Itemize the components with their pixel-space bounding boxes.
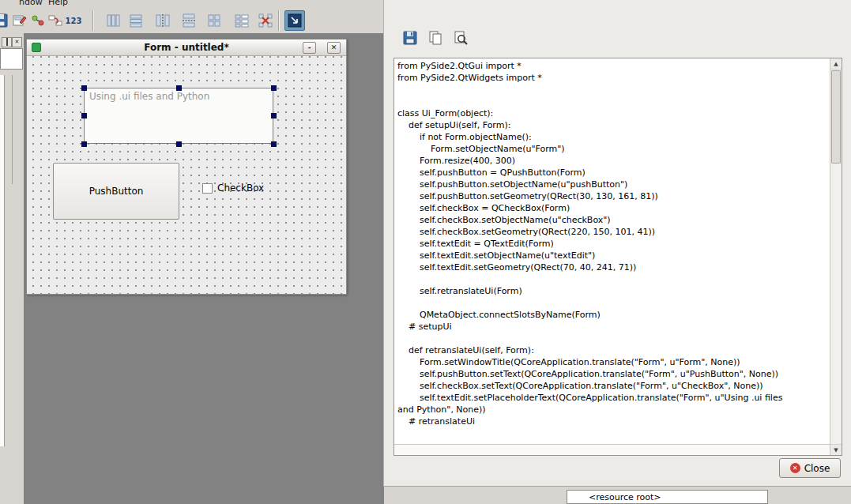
code-line: Form.resize(400, 300) (397, 155, 829, 167)
selection-handle[interactable] (176, 85, 182, 91)
widgetbox-filter-input[interactable] (0, 48, 23, 70)
collapsed-dock-panel (0, 75, 5, 446)
form-designer-window: Form - untitled* - ✕ Using .ui files and… (26, 39, 347, 295)
qt-designer-window: ndow Help 123 ✕ (0, 0, 851, 504)
code-line: self.checkBox.setGeometry(QRect(220, 150… (397, 226, 829, 238)
code-preview-dialog: from PySide2.QtGui import *from PySide2.… (383, 0, 851, 487)
code-line: from PySide2.QtGui import * (397, 60, 829, 72)
pushbutton-widget[interactable]: PushButton (53, 163, 179, 220)
code-line: # retranslateUi (397, 416, 829, 427)
code-line: self.pushButton = QPushButton(Form) (397, 167, 829, 179)
layout-grid-icon[interactable] (205, 12, 223, 29)
code-line: Form.setWindowTitle(QCoreApplication.tra… (397, 356, 829, 368)
checkbox-label: CheckBox (217, 182, 264, 194)
code-line: def setupUi(self, Form): (397, 119, 829, 131)
code-line: self.checkBox.setObjectName(u"checkBox") (397, 214, 829, 226)
menu-help[interactable]: Help (48, 0, 68, 7)
code-line: self.textEdit.setPlaceholderText(QCoreAp… (397, 392, 829, 404)
code-line: self.retranslateUi(Form) (397, 285, 829, 297)
adjust-size-icon[interactable] (284, 10, 305, 31)
close-circle-icon: ✕ (790, 463, 800, 473)
selection-handle[interactable] (81, 85, 87, 91)
scroll-down-icon[interactable]: ▼ (830, 444, 842, 455)
layout-horizontal-icon[interactable] (104, 12, 122, 29)
code-line: QMetaObject.connectSlotsByName(Form) (397, 309, 829, 321)
code-text: from PySide2.QtGui import *from PySide2.… (397, 60, 829, 443)
textedit-widget[interactable]: Using .ui files and Python (84, 88, 273, 144)
edit-tab-order-icon[interactable]: 123 (63, 12, 84, 29)
code-line: self.checkBox = QCheckBox(Form) (397, 202, 829, 214)
code-line: self.pushButton.setGeometry(QRect(30, 13… (397, 190, 829, 202)
code-view[interactable]: from PySide2.QtGui import *from PySide2.… (393, 58, 842, 456)
code-line (397, 273, 829, 285)
layout-form-icon[interactable] (233, 12, 250, 29)
code-line: self.textEdit.setObjectName(u"textEdit") (397, 250, 829, 261)
code-line: def retranslateUi(self, Form): (397, 344, 829, 356)
resource-browser: <resource root> (567, 490, 768, 504)
break-layout-icon[interactable] (257, 12, 274, 29)
selection-handle[interactable] (81, 113, 87, 118)
selection-handle[interactable] (176, 141, 182, 147)
selection-handle[interactable] (81, 141, 87, 147)
code-line: self.pushButton.setText(QCoreApplication… (397, 368, 829, 380)
edit-signals-slots-icon[interactable] (29, 12, 47, 29)
scrollbar-thumb[interactable] (831, 70, 841, 164)
edit-buddies-icon[interactable] (47, 12, 64, 29)
code-line: and Python", None)) (397, 404, 829, 416)
form-canvas[interactable]: Using .ui files and Python PushButton Ch… (27, 56, 346, 294)
close-dialog-button[interactable]: ✕ Close (779, 458, 841, 478)
close-button-label: Close (804, 463, 830, 474)
code-line: self.pushButton.setObjectName(u"pushButt… (397, 179, 829, 190)
code-line: self.textEdit.setGeometry(QRect(70, 40, … (397, 261, 829, 273)
close-window-button[interactable]: ✕ (327, 42, 341, 54)
code-line: if not Form.objectName(): (397, 131, 829, 143)
resource-root-item[interactable]: <resource root> (567, 491, 767, 502)
layout-horizontal-splitter-icon[interactable] (154, 12, 171, 29)
checkbox-widget[interactable]: CheckBox (202, 182, 264, 194)
layout-vertical-icon[interactable] (127, 12, 145, 29)
toolbar-separator (278, 10, 280, 31)
code-line: self.checkBox.setText(QCoreApplication.t… (397, 380, 829, 392)
checkbox-box[interactable] (202, 183, 213, 194)
dock-splitter[interactable] (12, 75, 13, 184)
toolbar-separator (92, 10, 94, 31)
edit-widgets-icon[interactable] (11, 12, 28, 29)
dock-float-button[interactable] (2, 37, 12, 47)
code-line: from PySide2.QtWidgets import * (397, 72, 829, 84)
form-window-titlebar[interactable]: Form - untitled* - ✕ (27, 39, 346, 56)
selection-handle[interactable] (271, 141, 277, 147)
code-line (397, 96, 829, 107)
menu-window[interactable]: ndow (19, 0, 43, 7)
code-line (397, 297, 829, 309)
dock-close-button[interactable]: ✕ (12, 37, 22, 47)
textedit-placeholder: Using .ui files and Python (89, 91, 268, 102)
code-line: # setupUi (397, 321, 829, 333)
code-line (397, 333, 829, 344)
code-line: class Ui_Form(object): (397, 107, 829, 119)
selection-handle[interactable] (271, 113, 277, 118)
vertical-scrollbar[interactable]: ▲ ▼ (830, 58, 842, 455)
find-button[interactable] (451, 28, 470, 47)
code-line: Form.setObjectName(u"Form") (397, 143, 829, 155)
code-line: self.textEdit = QTextEdit(Form) (397, 238, 829, 250)
save-button[interactable] (401, 28, 420, 47)
horizontal-scrollbar[interactable] (394, 444, 830, 455)
scroll-up-icon[interactable]: ▲ (830, 58, 842, 70)
selection-handle[interactable] (271, 85, 277, 91)
layout-vertical-splitter-icon[interactable] (180, 12, 198, 29)
copy-button[interactable] (426, 28, 445, 47)
code-line (397, 84, 829, 96)
save-form-icon[interactable] (0, 12, 9, 29)
form-window-title: Form - untitled* (27, 42, 346, 53)
minimize-button[interactable]: - (303, 42, 316, 54)
